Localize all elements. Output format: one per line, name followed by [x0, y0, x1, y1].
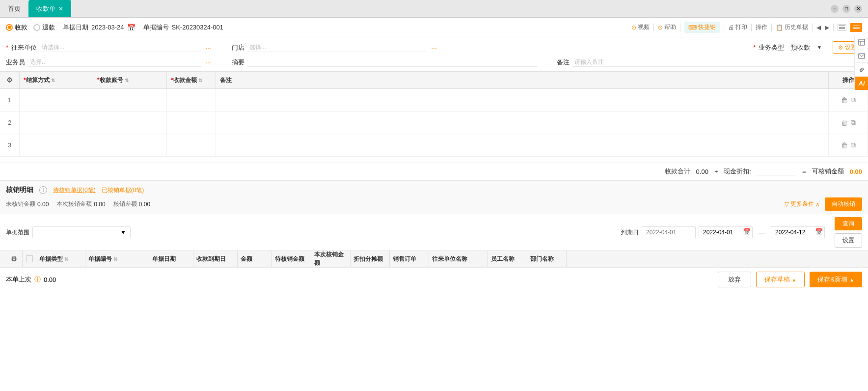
help-button[interactable]: ⊙ 帮助 — [658, 23, 676, 31]
summary-input[interactable] — [247, 57, 537, 67]
verify-section: 核销明细 i 待核销单据(0笔) 已核销单据(0笔) 未核销金额 0.00 本次… — [0, 180, 868, 251]
save-draft-button[interactable]: 保存草稿 ▲ — [756, 272, 805, 287]
th-gear[interactable]: ⚙ — [0, 72, 20, 88]
row-settle-1[interactable] — [20, 89, 93, 111]
store-ellipsis-button[interactable]: ··· — [430, 44, 438, 52]
docnum-value: SK-20230324-001 — [172, 24, 224, 31]
save-new-button[interactable]: 保存&新增 ▲ — [810, 272, 862, 287]
remark-input[interactable] — [572, 57, 862, 67]
auto-verify-button[interactable]: 自动核销 — [825, 197, 862, 211]
settings-icon: ⚙ — [838, 44, 843, 51]
row-note-3[interactable] — [216, 134, 829, 156]
verify-title: 核销明细 — [6, 186, 33, 195]
partner-input[interactable] — [40, 43, 201, 52]
due-date-from-value: 📅 — [699, 226, 753, 238]
unverified-stat: 未核销金额 0.00 — [6, 200, 49, 208]
shortcut-button[interactable]: ⌨ 快捷键 — [684, 22, 720, 33]
save-draft-arrow-icon[interactable]: ▲ — [792, 277, 797, 282]
unverified-value: 0.00 — [37, 201, 49, 208]
docnum-field: 单据编号 SK-20230324-001 — [143, 23, 224, 32]
bth-gear[interactable]: ⚙ — [6, 251, 23, 267]
right-link-icon[interactable] — [855, 63, 868, 77]
grid-view-icon[interactable] — [850, 23, 862, 32]
prev-icon[interactable]: ◀ — [816, 24, 821, 31]
history-button[interactable]: 📋 历史单据 — [776, 23, 808, 31]
right-ai-icon[interactable]: Ai — [855, 77, 868, 90]
toolbar: 收款 退款 单据日期 2023-03-24 📅 单据编号 SK-20230324… — [0, 18, 868, 37]
query-button[interactable]: 查询 — [835, 217, 862, 230]
bth-date: 单据日期 — [149, 251, 193, 267]
partner-ellipsis-button[interactable]: ··· — [204, 44, 212, 52]
info-circle-icon[interactable]: ⓘ — [34, 275, 41, 284]
date-field: 单据日期 2023-03-24 📅 — [63, 23, 136, 32]
scope-dropdown[interactable]: ▼ — [32, 226, 131, 238]
right-email-icon[interactable] — [855, 49, 868, 63]
last-order-value: 0.00 — [44, 276, 56, 283]
tab-receipt[interactable]: 收款单 ✕ — [28, 0, 71, 17]
this-verify-value: 0.00 — [94, 201, 105, 208]
list-view-icon[interactable] — [838, 24, 846, 31]
last-order-label: 本单上次 — [6, 275, 31, 284]
row-delete-icon-2[interactable]: 🗑 — [841, 119, 848, 127]
row-note-2[interactable] — [216, 112, 829, 134]
verify-settings-button[interactable]: 设置 — [835, 233, 862, 248]
row-op-3: 🗑 ⧉ — [829, 134, 868, 156]
account-sort-icon[interactable]: ⇅ — [125, 78, 129, 83]
next-icon[interactable]: ▶ — [825, 24, 829, 31]
staff-ellipsis-button[interactable]: ··· — [204, 58, 212, 66]
due-date-from-input[interactable] — [642, 226, 696, 238]
row-copy-icon-3[interactable]: ⧉ — [851, 141, 856, 149]
done-tab[interactable]: 已核销单据(0笔) — [102, 186, 144, 195]
discount-input[interactable] — [757, 168, 796, 175]
settle-sort-icon[interactable]: ⇅ — [51, 78, 55, 83]
tab-home[interactable]: 首页 — [0, 0, 28, 17]
business-type-dropdown-icon[interactable]: ▼ — [817, 45, 822, 50]
more-conditions-button[interactable]: ▽ 更多条件 ∧ — [785, 200, 820, 208]
print-button[interactable]: 🖨 打印 — [728, 23, 747, 31]
row-amount-3[interactable] — [167, 134, 216, 156]
store-input[interactable] — [247, 43, 427, 52]
business-type-value: 预收款 — [791, 43, 810, 52]
row-settle-2[interactable] — [20, 112, 93, 134]
row-settle-3[interactable] — [20, 134, 93, 156]
bth-check[interactable] — [23, 251, 36, 267]
row-account-2[interactable] — [93, 112, 167, 134]
bottom-table-settings-icon[interactable]: ⚙ — [11, 255, 17, 263]
calendar-to-icon[interactable]: 📅 — [815, 228, 823, 235]
video-button[interactable]: ⊙ 视频 — [631, 23, 650, 31]
staff-input[interactable] — [28, 57, 201, 67]
right-table-icon[interactable] — [855, 35, 868, 49]
form-row-2: 业务员 ··· 摘要 备注 — [6, 57, 862, 67]
row-account-1[interactable] — [93, 89, 167, 111]
calendar-icon[interactable]: 📅 — [127, 24, 136, 31]
bth-rdate: 收款到期日 — [193, 251, 238, 267]
discard-button[interactable]: 放弃 — [718, 272, 751, 287]
bth-sale: 销售订单 — [390, 251, 429, 267]
amount-sort-icon[interactable]: ⇅ — [198, 78, 202, 83]
diff-stat: 核销差额 0.00 — [113, 200, 150, 208]
row-copy-icon-2[interactable]: ⧉ — [851, 118, 856, 127]
verify-info-icon[interactable]: i — [39, 186, 47, 194]
table-settings-icon[interactable]: ⚙ — [6, 76, 13, 84]
save-new-arrow-icon[interactable]: ▲ — [849, 277, 854, 282]
radio-receive[interactable]: 收款 — [6, 23, 27, 32]
window-minimize-button[interactable]: － — [831, 5, 839, 13]
row-account-3[interactable] — [93, 134, 167, 156]
calendar-from-icon[interactable]: 📅 — [743, 228, 751, 235]
row-delete-icon-3[interactable]: 🗑 — [841, 141, 848, 149]
footer-right: 放弃 保存草稿 ▲ 保存&新增 ▲ — [718, 272, 862, 287]
select-all-checkbox[interactable] — [26, 255, 33, 262]
diff-value: 0.00 — [139, 201, 150, 208]
row-delete-icon-1[interactable]: 🗑 — [841, 96, 848, 104]
window-maximize-button[interactable]: □ — [842, 5, 850, 13]
operation-button[interactable]: 操作 — [756, 23, 767, 31]
row-copy-icon-1[interactable]: ⧉ — [851, 96, 856, 104]
pending-tab[interactable]: 待核销单据(0笔) — [53, 186, 96, 195]
window-close-button[interactable]: ✕ — [854, 5, 862, 13]
tab-close-icon[interactable]: ✕ — [58, 5, 63, 12]
row-amount-2[interactable] — [167, 112, 216, 134]
row-amount-1[interactable] — [167, 89, 216, 111]
row-note-1[interactable] — [216, 89, 829, 111]
form-area: * 往来单位 ··· 门店 ··· * 业务类型 预收款 ▼ ⚙ 设置 — [0, 37, 868, 71]
radio-refund[interactable]: 退款 — [33, 23, 55, 32]
